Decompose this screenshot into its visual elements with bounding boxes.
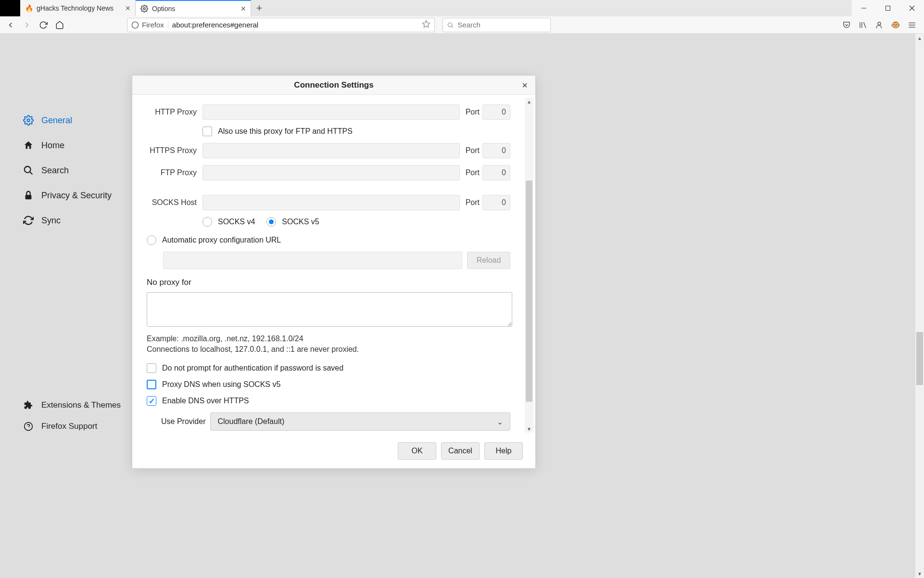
proxy-dns-row: Proxy DNS when using SOCKS v5	[147, 380, 510, 389]
cancel-button[interactable]: Cancel	[441, 442, 480, 460]
scroll-up-icon[interactable]: ▲	[525, 98, 533, 105]
home-button[interactable]	[53, 18, 66, 32]
forward-button[interactable]	[20, 18, 34, 32]
dialog-scrollbar[interactable]: ▲ ▼	[525, 98, 533, 433]
scroll-down-icon[interactable]: ▼	[525, 425, 533, 433]
svg-point-0	[143, 8, 145, 10]
identity-box[interactable]: Firefox	[131, 21, 168, 29]
minimize-button[interactable]	[852, 0, 876, 16]
localhost-note: Connections to localhost, 127.0.0.1, and…	[147, 345, 510, 354]
auto-proxy-url-row: Reload	[147, 252, 510, 269]
pinned-tab[interactable]	[0, 0, 20, 16]
svg-rect-19	[25, 195, 32, 199]
help-icon	[23, 421, 34, 432]
reload-button[interactable]	[37, 18, 50, 32]
bookmark-star-icon[interactable]	[422, 20, 430, 30]
close-icon[interactable]: ×	[125, 4, 130, 13]
search-icon	[23, 165, 34, 176]
pocket-icon[interactable]	[841, 20, 852, 30]
url-bar[interactable]: Firefox about:preferences#general	[127, 18, 435, 32]
svg-line-11	[864, 22, 866, 28]
no-proxy-label: No proxy for	[147, 278, 510, 287]
back-button[interactable]	[4, 18, 17, 32]
socks-v5-option[interactable]: SOCKS v5	[266, 217, 319, 227]
socks-port-input[interactable]	[482, 195, 510, 210]
provider-select[interactable]: Cloudflare (Default) ⌄	[210, 412, 510, 431]
https-port-input[interactable]	[482, 143, 510, 158]
socks-v4-option[interactable]: SOCKS v4	[203, 217, 255, 227]
chevron-down-icon: ⌄	[497, 417, 503, 426]
no-prompt-checkbox[interactable]	[147, 363, 156, 373]
enable-doh-checkbox[interactable]	[147, 396, 156, 406]
ftp-port-input[interactable]	[482, 165, 510, 180]
sidebar-item-label: Search	[41, 166, 69, 176]
tab-options[interactable]: Options ×	[136, 0, 251, 16]
proxy-dns-label: Proxy DNS when using SOCKS v5	[162, 380, 280, 389]
dialog-footer: OK Cancel Help	[132, 436, 535, 468]
no-prompt-row: Do not prompt for authentication if pass…	[147, 363, 510, 373]
no-proxy-textarea[interactable]	[147, 292, 512, 327]
use-provider-label: Use Provider	[161, 417, 205, 426]
provider-value: Cloudflare (Default)	[217, 417, 284, 426]
dialog-header: Connection Settings ×	[132, 76, 535, 95]
svg-point-7	[448, 23, 452, 26]
ok-button[interactable]: OK	[398, 442, 436, 460]
close-icon[interactable]: ×	[240, 4, 246, 13]
page-scrollbar[interactable]: ▲ ▼	[915, 34, 924, 578]
new-tab-button[interactable]: +	[251, 0, 267, 16]
svg-marker-6	[423, 20, 430, 27]
proxy-dns-checkbox[interactable]	[147, 380, 156, 389]
socks-v4-label: SOCKS v4	[218, 218, 255, 226]
port-label: Port	[466, 146, 480, 155]
menu-icon[interactable]	[907, 20, 917, 30]
close-window-button[interactable]	[900, 0, 924, 16]
sidebar-item-search[interactable]: Search	[23, 158, 124, 183]
sidebar-item-support[interactable]: Firefox Support	[23, 416, 124, 437]
auto-proxy-label: Automatic proxy configuration URL	[162, 236, 281, 244]
auto-proxy-url-input[interactable]	[163, 252, 462, 269]
account-icon[interactable]	[874, 20, 885, 30]
scroll-down-icon[interactable]: ▼	[915, 569, 924, 578]
also-use-checkbox[interactable]	[203, 127, 212, 136]
port-label: Port	[466, 168, 480, 177]
tab-ghacks[interactable]: 🔥 gHacks Technology News ×	[20, 0, 136, 16]
socks-host-label: SOCKS Host	[147, 198, 200, 207]
toolbar: Firefox about:preferences#general 🐵	[0, 16, 924, 34]
window-controls	[852, 0, 924, 16]
gear-icon	[23, 115, 34, 126]
maximize-button[interactable]	[876, 0, 900, 16]
close-icon[interactable]: ×	[519, 79, 531, 91]
scroll-thumb[interactable]	[916, 332, 923, 385]
http-proxy-input[interactable]	[203, 104, 460, 120]
auto-proxy-option[interactable]: Automatic proxy configuration URL	[147, 235, 510, 245]
sidebar-item-extensions[interactable]: Extensions & Themes	[23, 395, 124, 416]
https-proxy-input[interactable]	[203, 143, 460, 158]
socks-host-input[interactable]	[203, 195, 460, 210]
sidebar-item-home[interactable]: Home	[23, 133, 124, 158]
http-port-input[interactable]	[482, 104, 510, 120]
favicon-ghacks: 🔥	[25, 4, 33, 12]
scroll-up-icon[interactable]: ▲	[915, 34, 924, 42]
search-input[interactable]	[457, 21, 546, 29]
library-icon[interactable]	[858, 20, 868, 30]
also-use-label: Also use this proxy for FTP and HTTPS	[218, 127, 353, 136]
tab-label: gHacks Technology News	[37, 4, 114, 12]
svg-line-18	[30, 172, 33, 175]
sidebar-bottom: Extensions & Themes Firefox Support	[23, 395, 124, 437]
sidebar-item-general[interactable]: General	[23, 108, 124, 133]
sidebar-item-label: Extensions & Themes	[41, 400, 121, 410]
http-proxy-label: HTTP Proxy	[147, 108, 200, 116]
ftp-proxy-input[interactable]	[203, 165, 460, 180]
example-text: Example: .mozilla.org, .net.nz, 192.168.…	[147, 334, 510, 343]
sidebar-item-sync[interactable]: Sync	[23, 208, 124, 233]
search-bar[interactable]	[443, 18, 551, 32]
scroll-thumb[interactable]	[526, 180, 532, 402]
enable-doh-label: Enable DNS over HTTPS	[162, 397, 249, 405]
extension-icon[interactable]: 🐵	[890, 20, 901, 30]
radio-icon	[266, 217, 276, 227]
enable-doh-row: Enable DNS over HTTPS	[147, 396, 510, 406]
help-button[interactable]: Help	[484, 442, 523, 460]
reload-button[interactable]: Reload	[467, 252, 510, 269]
sidebar-item-privacy[interactable]: Privacy & Security	[23, 183, 124, 208]
ftp-proxy-row: FTP Proxy Port	[147, 165, 510, 180]
